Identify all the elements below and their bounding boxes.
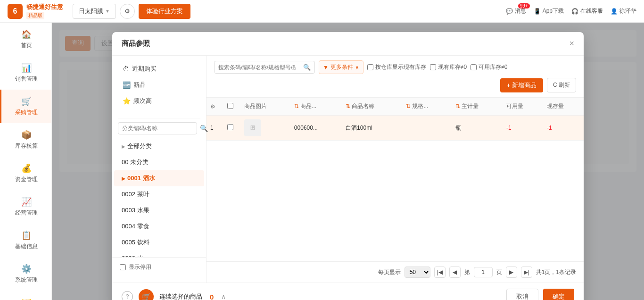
- footer-buttons: 取消 确定: [506, 289, 574, 300]
- category-item-all[interactable]: ▶ 全部分类: [114, 138, 204, 154]
- sidebar-item-label: 首页: [21, 42, 32, 50]
- checkbox-available-nonzero[interactable]: 可用库存≠0: [471, 63, 507, 71]
- page-size-select[interactable]: 50 10 20 100: [405, 267, 430, 278]
- sidebar-item-inventory[interactable]: 📦 库存核算: [0, 123, 51, 157]
- available-nonzero-label: 可用库存≠0: [479, 63, 507, 71]
- row-available: -1: [503, 116, 543, 141]
- col-available: 可用量: [503, 98, 543, 116]
- col-name[interactable]: ⇅ 商品名称: [342, 98, 402, 116]
- product-image: 图: [244, 119, 261, 136]
- select-all-checkbox[interactable]: [227, 103, 233, 109]
- category-search-icon[interactable]: 🔍: [200, 125, 208, 132]
- sort-icon: ⇅: [406, 103, 411, 109]
- sidebar-item-basic-info[interactable]: 📋 基础信息: [0, 224, 51, 257]
- col-settings[interactable]: ⚙: [206, 98, 223, 116]
- logo-sub: 精品版: [26, 12, 44, 19]
- online-service-button[interactable]: 🎧 在线客服: [571, 7, 603, 15]
- prev-page-button[interactable]: ◀: [449, 267, 461, 278]
- page-number-input[interactable]: [474, 267, 493, 277]
- col-checkbox: [223, 98, 240, 116]
- by-warehouse-checkbox[interactable]: [367, 64, 373, 70]
- sidebar-item-management[interactable]: 📈 经营管理: [0, 190, 51, 224]
- page-suffix: 页: [496, 268, 502, 276]
- tab-new-product[interactable]: 🆕 新品: [118, 77, 200, 92]
- row-image-cell: 图: [240, 116, 290, 141]
- gear-button[interactable]: ⚙: [120, 4, 135, 19]
- star-icon: ⭐: [123, 97, 131, 105]
- headset-icon: 🎧: [571, 8, 578, 15]
- product-search-input[interactable]: [215, 62, 299, 73]
- management-icon: 📈: [21, 197, 32, 207]
- category-search-input[interactable]: [118, 122, 197, 134]
- collapse-icon[interactable]: ∧: [221, 293, 226, 300]
- category-item-beverage[interactable]: 0005 饮料: [114, 234, 204, 250]
- show-disabled-area: 显示停用: [112, 257, 206, 277]
- sidebar-item-enterprise[interactable]: 🤝 企业协同: [0, 291, 51, 300]
- filter-label: 更多条件: [330, 63, 353, 71]
- sidebar: 🏠 首页 📊 销售管理 🛒 采购管理 📦 库存核算 💰 资金管理 📈 经营管理 …: [0, 23, 52, 300]
- app-download-button[interactable]: 📱 App下载: [534, 7, 564, 15]
- tab-frequent[interactable]: ⭐ 频次高: [118, 93, 200, 108]
- system-icon: ⚙️: [21, 264, 32, 274]
- logo-text: 畅捷通好生意: [26, 3, 63, 11]
- product-search-icon[interactable]: 🔍: [299, 61, 314, 73]
- last-page-button[interactable]: ▶|: [521, 267, 532, 278]
- sidebar-item-label: 销售管理: [15, 75, 38, 83]
- col-spec[interactable]: ⇅ 规格...: [402, 98, 452, 116]
- table-header-row: ⚙ 商品图片: [206, 98, 584, 116]
- category-item-tea[interactable]: 0002 茶叶: [114, 186, 204, 202]
- stock-nonzero-checkbox[interactable]: [430, 64, 436, 70]
- checkbox-stock-nonzero[interactable]: 现有库存≠0: [430, 63, 467, 71]
- avatar-icon: 👤: [611, 8, 618, 15]
- tab-recent-purchase[interactable]: ⏱ 近期购买: [118, 61, 200, 76]
- show-disabled-checkbox[interactable]: [120, 264, 126, 270]
- purchase-icon: 🛒: [21, 96, 32, 107]
- first-page-button[interactable]: |◀: [434, 267, 446, 278]
- sidebar-item-finance[interactable]: 💰 资金管理: [0, 157, 51, 190]
- finance-icon: 💰: [21, 163, 32, 174]
- left-panel-tabs: ⏱ 近期购买 🆕 新品 ⭐ 频次高: [112, 61, 206, 108]
- help-button[interactable]: ?: [122, 291, 133, 300]
- sidebar-item-sales[interactable]: 📊 销售管理: [0, 56, 51, 90]
- main-layout: 🏠 首页 📊 销售管理 🛒 采购管理 📦 库存核算 💰 资金管理 📈 经营管理 …: [0, 23, 644, 300]
- cancel-button[interactable]: 取消: [506, 289, 538, 300]
- trial-button[interactable]: 体验行业方案: [139, 4, 190, 19]
- product-reference-modal: 商品参照 × ⏱ 近期购买 🆕 新: [112, 32, 584, 300]
- expand-arrow-icon: ▶: [122, 144, 125, 149]
- category-item-water[interactable]: 0008 水: [114, 250, 204, 257]
- enterprise-icon: 🤝: [21, 297, 32, 300]
- message-button[interactable]: 💬 消息 99+: [506, 7, 526, 15]
- row-checkbox[interactable]: [227, 124, 233, 130]
- table-row[interactable]: 1 图: [206, 116, 584, 141]
- col-unit[interactable]: ⇅ 主计量: [452, 98, 503, 116]
- row-stock: -1: [543, 116, 584, 141]
- checkbox-by-warehouse[interactable]: 按仓库显示现有库存: [367, 63, 426, 71]
- sidebar-item-label: 资金管理: [15, 175, 38, 183]
- sidebar-item-home[interactable]: 🏠 首页: [0, 23, 51, 56]
- modal-overlay: 商品参照 × ⏱ 近期购买 🆕 新: [52, 23, 644, 300]
- col-code[interactable]: ⇅ 商品...: [290, 98, 342, 116]
- next-page-button[interactable]: ▶: [506, 267, 517, 278]
- category-item-uncategorized[interactable]: 00 未分类: [114, 154, 204, 170]
- confirm-button[interactable]: 确定: [543, 289, 574, 300]
- product-table-container: ⚙ 商品图片: [206, 98, 584, 261]
- cart-button[interactable]: 🛒: [139, 289, 154, 300]
- sidebar-item-system[interactable]: ⚙️ 系统管理: [0, 257, 51, 291]
- category-item-alcohol[interactable]: ▶ 0001 酒水: [114, 170, 204, 186]
- add-product-button[interactable]: + 新增商品: [500, 78, 543, 92]
- refresh-button[interactable]: C 刷新: [547, 78, 576, 92]
- modal-close-button[interactable]: ×: [569, 39, 574, 49]
- category-item-fruit[interactable]: 0003 水果: [114, 202, 204, 218]
- category-item-snack[interactable]: 0004 零食: [114, 218, 204, 234]
- row-unit: 瓶: [452, 116, 503, 141]
- page-label: 第: [464, 268, 470, 276]
- row-code: 000600...: [290, 116, 342, 141]
- filter-icon: ▼: [323, 64, 329, 71]
- user-avatar[interactable]: 👤 徐泽华: [611, 7, 636, 15]
- sidebar-item-purchase[interactable]: 🛒 采购管理: [0, 90, 51, 123]
- table-toolbar: 🔍 ▼ 更多条件 ∧ 按仓库显示现有库存: [206, 56, 584, 98]
- nav-dropdown[interactable]: 日太阳膜 ▼: [73, 4, 116, 19]
- nav-arrow-icon: ▼: [105, 8, 110, 14]
- more-filter-button[interactable]: ▼ 更多条件 ∧: [319, 60, 363, 74]
- available-nonzero-checkbox[interactable]: [471, 64, 477, 70]
